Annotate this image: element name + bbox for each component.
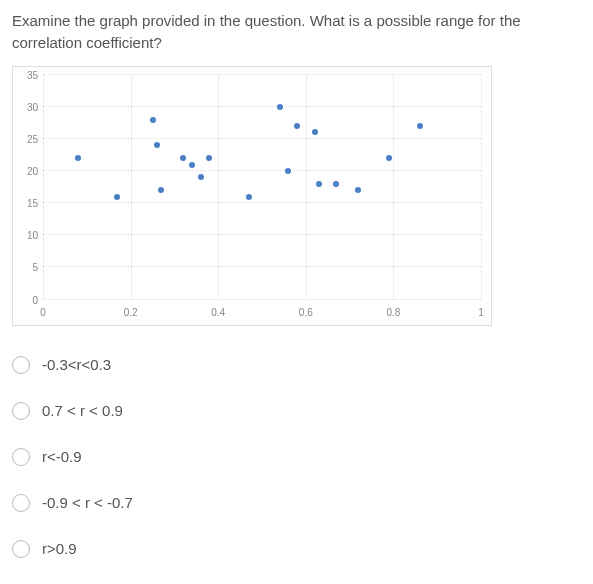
gridline-h: [43, 234, 481, 235]
scatter-chart: 00.20.40.60.8105101520253035: [12, 66, 492, 326]
data-point: [316, 181, 322, 187]
data-point: [312, 129, 318, 135]
radio-icon: [12, 540, 30, 558]
gridline-h: [43, 106, 481, 107]
x-tick-label: 1: [478, 307, 484, 318]
option-c[interactable]: r<-0.9: [12, 448, 581, 466]
data-point: [355, 187, 361, 193]
x-tick-label: 0.6: [299, 307, 313, 318]
data-point: [180, 155, 186, 161]
data-point: [333, 181, 339, 187]
radio-icon: [12, 402, 30, 420]
option-d[interactable]: -0.9 < r < -0.7: [12, 494, 581, 512]
data-point: [158, 187, 164, 193]
data-point: [386, 155, 392, 161]
plot-area: 00.20.40.60.8105101520253035: [43, 75, 481, 300]
option-label: -0.3<r<0.3: [42, 356, 111, 373]
gridline-h: [43, 266, 481, 267]
gridline-h: [43, 74, 481, 75]
option-label: 0.7 < r < 0.9: [42, 402, 123, 419]
gridline-v: [481, 75, 482, 300]
radio-icon: [12, 448, 30, 466]
y-tick-label: 25: [18, 133, 38, 144]
answer-options: -0.3<r<0.3 0.7 < r < 0.9 r<-0.9 -0.9 < r…: [12, 356, 581, 558]
data-point: [277, 104, 283, 110]
data-point: [285, 168, 291, 174]
x-tick-label: 0: [40, 307, 46, 318]
option-label: r>0.9: [42, 540, 77, 557]
gridline-h: [43, 299, 481, 300]
radio-icon: [12, 494, 30, 512]
option-label: -0.9 < r < -0.7: [42, 494, 133, 511]
gridline-h: [43, 138, 481, 139]
data-point: [417, 123, 423, 129]
gridline-h: [43, 202, 481, 203]
data-point: [294, 123, 300, 129]
data-point: [198, 174, 204, 180]
y-tick-label: 5: [18, 262, 38, 273]
x-tick-label: 0.2: [124, 307, 138, 318]
y-tick-label: 10: [18, 230, 38, 241]
y-tick-label: 30: [18, 101, 38, 112]
y-tick-label: 0: [18, 294, 38, 305]
option-e[interactable]: r>0.9: [12, 540, 581, 558]
y-tick-label: 35: [18, 69, 38, 80]
radio-icon: [12, 356, 30, 374]
option-b[interactable]: 0.7 < r < 0.9: [12, 402, 581, 420]
data-point: [189, 162, 195, 168]
option-a[interactable]: -0.3<r<0.3: [12, 356, 581, 374]
y-tick-label: 20: [18, 165, 38, 176]
data-point: [246, 194, 252, 200]
x-tick-label: 0.4: [211, 307, 225, 318]
gridline-h: [43, 170, 481, 171]
option-label: r<-0.9: [42, 448, 82, 465]
data-point: [75, 155, 81, 161]
data-point: [114, 194, 120, 200]
question-text: Examine the graph provided in the questi…: [12, 10, 581, 54]
data-point: [150, 117, 156, 123]
data-point: [154, 142, 160, 148]
x-tick-label: 0.8: [386, 307, 400, 318]
data-point: [206, 155, 212, 161]
y-tick-label: 15: [18, 198, 38, 209]
